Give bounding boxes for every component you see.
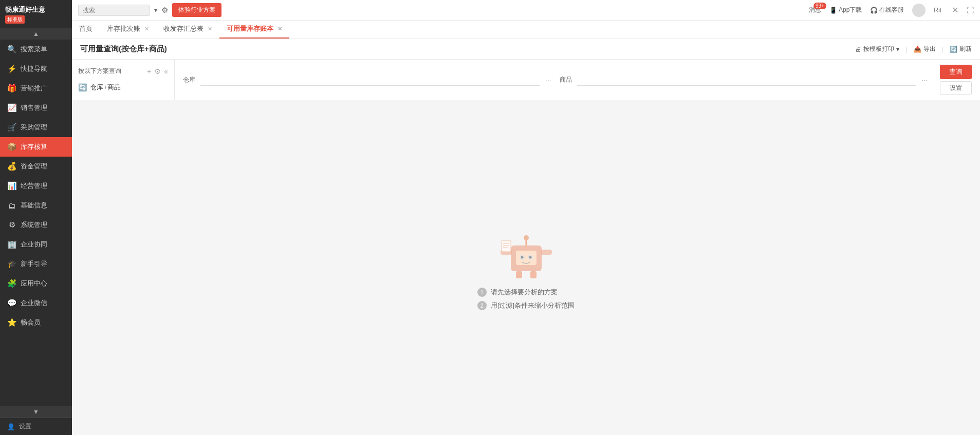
tab-batch-ledger-close[interactable]: ✕ [144, 26, 149, 32]
username-label: Rit [934, 7, 941, 14]
hint2-text: 用[过滤]条件来缩小分析范围 [491, 301, 575, 310]
empty-hint-1: 1 请先选择要分析的方案 [477, 288, 575, 297]
sidebar-item-label: 系统管理 [21, 220, 47, 230]
tab-home-label: 首页 [79, 24, 93, 33]
export-label: 导出 [923, 45, 936, 53]
print-icon: 🖨 [855, 46, 861, 53]
tab-batch-ledger-label: 库存批次账 [107, 24, 140, 33]
tab-home[interactable]: 首页 [72, 20, 100, 39]
sidebar-item-basic-info[interactable]: 🗂 基础信息 [0, 196, 72, 215]
svg-rect-9 [530, 271, 537, 278]
sidebar-item-marketing[interactable]: 🎁 营销推广 [0, 79, 72, 98]
tab-available-qty-close[interactable]: ✕ [278, 26, 282, 32]
member-icon: ⭐ [7, 318, 16, 327]
settings-button[interactable]: 设置 [940, 81, 972, 95]
tab-available-qty-ledger[interactable]: 可用量库存账本 ✕ [219, 20, 289, 39]
refresh-action[interactable]: 🔄 刷新 [950, 45, 972, 53]
scheme-label: 仓库+商品 [90, 83, 121, 92]
app-download-link[interactable]: 📱 App下载 [829, 6, 862, 14]
page-header: 可用量查询(按仓库+商品) 🖨 按模板打印 ▾ | 📤 导出 | 🔄 刷新 [72, 39, 980, 60]
tab-receive-send-summary[interactable]: 收发存汇总表 ✕ [156, 20, 219, 39]
svg-rect-12 [502, 240, 511, 252]
shortcut-icon: ⚡ [7, 64, 16, 73]
sidebar-item-shortcut[interactable]: ⚡ 快捷导航 [0, 59, 72, 79]
sidebar-item-enterprise[interactable]: 🏢 企业协同 [0, 235, 72, 254]
sidebar-menu: 🔍 搜索菜单 ⚡ 快捷导航 🎁 营销推广 📈 销售管理 🛒 采购管理 📦 库存核… [0, 40, 72, 406]
app-download-label: App下载 [839, 6, 862, 14]
inventory-icon: 📦 [7, 142, 16, 152]
sidebar-item-label: 采购管理 [21, 123, 47, 132]
online-service-link[interactable]: 🎧 在线客服 [870, 6, 904, 14]
print-action[interactable]: 🖨 按模板打印 ▾ [855, 45, 899, 53]
print-dropdown-icon[interactable]: ▾ [896, 46, 899, 53]
sidebar-item-label: 应用中心 [21, 279, 47, 288]
sales-icon: 📈 [7, 103, 16, 112]
industry-solution-button[interactable]: 体验行业方案 [172, 3, 221, 17]
sidebar-item-search[interactable]: 🔍 搜索菜单 [0, 40, 72, 59]
topbar: ▾ ⚙ 体验行业方案 消息 99+ 📱 App下载 🎧 在线客服 Rit ✕ ⛶ [72, 0, 980, 21]
phone-icon: 📱 [829, 7, 837, 14]
sidebar-item-app-center[interactable]: 🧩 应用中心 [0, 274, 72, 293]
warehouse-input[interactable] [200, 74, 540, 86]
svg-rect-1 [516, 251, 537, 265]
svg-rect-8 [516, 271, 522, 278]
sidebar-item-newbie[interactable]: 🎓 新手引导 [0, 254, 72, 274]
sidebar-bottom[interactable]: 👤 设置 [0, 418, 72, 435]
collapse-sidebar-button[interactable]: « [164, 67, 168, 75]
product-input[interactable] [577, 74, 917, 86]
topbar-dropdown-icon[interactable]: ▾ [154, 7, 157, 14]
svg-point-4 [521, 256, 523, 259]
sidebar-item-purchase[interactable]: 🛒 采购管理 [0, 118, 72, 137]
sidebar-item-wechat[interactable]: 💬 企业微信 [0, 293, 72, 313]
finance-icon: 💰 [7, 162, 16, 171]
topbar-search-input[interactable] [78, 5, 150, 16]
query-button[interactable]: 查询 [940, 65, 972, 79]
sidebar-item-member[interactable]: ⭐ 畅会员 [0, 313, 72, 332]
sidebar-scroll-down[interactable]: ▼ [0, 406, 72, 418]
sidebar-item-inventory[interactable]: 📦 库存核算 [0, 137, 72, 157]
warehouse-field: 仓库 ··· [183, 74, 551, 86]
query-sidebar-actions: + ⚙ « [147, 67, 168, 75]
sidebar-scroll-up[interactable]: ▲ [0, 28, 72, 40]
empty-hint-2: 2 用[过滤]条件来缩小分析范围 [477, 301, 575, 310]
window-close-button[interactable]: ✕ [952, 5, 958, 15]
export-action[interactable]: 📤 导出 [914, 45, 936, 53]
scheme-warehouse-product[interactable]: 🔄 仓库+商品 [72, 80, 174, 95]
sidebar-item-label: 企业协同 [21, 240, 47, 249]
sidebar-item-label: 畅会员 [21, 318, 41, 327]
sidebar: 畅康通好生意 标准版 ▲ 🔍 搜索菜单 ⚡ 快捷导航 🎁 营销推广 📈 销售管理… [0, 0, 72, 435]
tabs-bar: 首页 库存批次账 ✕ 收发存汇总表 ✕ 可用量库存账本 ✕ [72, 21, 980, 39]
avatar[interactable] [912, 4, 926, 17]
print-label: 按模板打印 [863, 45, 894, 53]
scheme-settings-button[interactable]: ⚙ [154, 67, 161, 75]
product-label: 商品 [560, 75, 574, 84]
window-expand-button[interactable]: ⛶ [967, 6, 974, 14]
sidebar-item-sales[interactable]: 📈 销售管理 [0, 98, 72, 118]
sidebar-item-system[interactable]: ⚙ 系统管理 [0, 215, 72, 235]
warehouse-more-button[interactable]: ··· [545, 76, 551, 84]
sidebar-bottom-label: 设置 [19, 422, 31, 431]
sidebar-logo: 畅康通好生意 标准版 [0, 0, 72, 28]
product-more-button[interactable]: ··· [921, 76, 928, 84]
app-center-icon: 🧩 [7, 279, 16, 288]
tab-batch-ledger[interactable]: 库存批次账 ✕ [100, 20, 156, 39]
page-content: 可用量查询(按仓库+商品) 🖨 按模板打印 ▾ | 📤 导出 | 🔄 刷新 [72, 39, 980, 435]
topbar-right: 消息 99+ 📱 App下载 🎧 在线客服 Rit ✕ ⛶ [809, 4, 974, 17]
sidebar-item-label: 基础信息 [21, 201, 47, 210]
add-scheme-button[interactable]: + [147, 67, 151, 75]
system-icon: ⚙ [7, 220, 16, 230]
enterprise-icon: 🏢 [7, 240, 16, 249]
hint1-number: 1 [477, 288, 487, 297]
query-sidebar: 按以下方案查询 + ⚙ « 🔄 仓库+商品 [72, 60, 175, 100]
query-section: 按以下方案查询 + ⚙ « 🔄 仓库+商品 仓库 [72, 60, 980, 100]
topbar-gear-icon[interactable]: ⚙ [161, 6, 168, 15]
page-title: 可用量查询(按仓库+商品) [80, 44, 167, 54]
query-main: 仓库 ··· 商品 ··· 查询 设置 [175, 60, 980, 100]
message-badge: 99+ [813, 3, 826, 9]
sidebar-item-label: 资金管理 [21, 162, 47, 171]
sidebar-item-operations[interactable]: 📊 经营管理 [0, 176, 72, 196]
sidebar-item-finance[interactable]: 💰 资金管理 [0, 157, 72, 176]
sidebar-item-label: 企业微信 [21, 298, 47, 308]
tab-receive-send-close[interactable]: ✕ [208, 26, 212, 32]
message-icon-wrapper[interactable]: 消息 99+ [809, 6, 821, 14]
